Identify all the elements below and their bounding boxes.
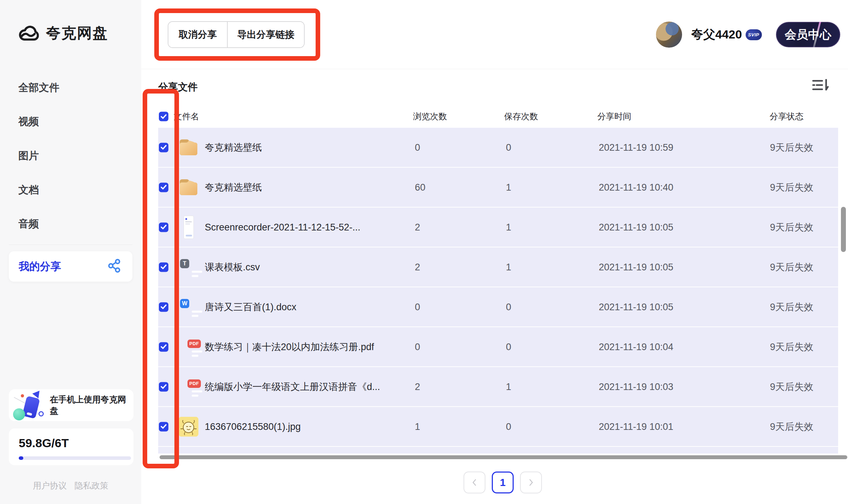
row-checkbox[interactable] <box>159 422 168 431</box>
sidebar-item-audio[interactable]: 音频 <box>18 215 124 232</box>
share-time: 2021-11-19 10:05 <box>599 262 673 272</box>
storage-progress-fill <box>19 456 23 460</box>
storage-card: 59.8G/6T <box>9 428 133 465</box>
share-status: 9天后失效 <box>770 181 813 194</box>
views-count: 2 <box>415 381 420 392</box>
row-checkbox[interactable] <box>159 182 168 192</box>
share-time: 2021-11-19 10:01 <box>599 421 673 432</box>
share-time: 2021-11-19 10:59 <box>599 142 673 153</box>
share-time: 2021-11-19 10:03 <box>599 381 673 392</box>
export-share-links-button[interactable]: 导出分享链接 <box>228 22 304 47</box>
sidebar-divider <box>9 245 132 245</box>
table-row-partial <box>158 447 838 454</box>
table-row[interactable]: T W PDF <box>158 168 838 207</box>
file-type-icon: T W PDF <box>179 136 198 159</box>
table-row[interactable]: T W PDF <box>158 208 838 247</box>
phone-illustration-icon <box>12 388 48 422</box>
horizontal-scrollbar[interactable] <box>160 455 847 459</box>
table-row[interactable]: T W PDF <box>158 287 838 326</box>
avatar[interactable] <box>656 22 682 48</box>
file-name: 唐诗又三百首(1).docx <box>205 301 297 313</box>
file-type-icon: T W PDF <box>179 415 198 438</box>
storage-progressbar <box>19 456 131 460</box>
app-window: 夸克网盘 全部文件 视频 图片 文档 音频 我的分享 在手机上使用夸克网盘 <box>0 0 848 504</box>
sidebar-item-pictures[interactable]: 图片 <box>18 147 124 164</box>
prev-page-button[interactable] <box>464 472 485 493</box>
file-name: 夸克精选壁纸 <box>205 181 262 194</box>
col-header-name: 文件名 <box>174 111 199 122</box>
terms-link[interactable]: 用户协议 <box>33 480 67 491</box>
sidebar-item-documents[interactable]: 文档 <box>18 181 124 198</box>
svip-badge: SVIP <box>746 29 762 40</box>
row-checkbox[interactable] <box>159 222 168 232</box>
sort-icon[interactable] <box>811 78 830 95</box>
file-name: 统编版小学一年级语文上册汉语拼音《d... <box>205 380 380 393</box>
mobile-app-promo-card[interactable]: 在手机上使用夸克网盘 <box>9 389 133 421</box>
saves-count: 1 <box>506 381 511 392</box>
file-type-icon: T W PDF <box>179 256 198 279</box>
select-all-checkbox[interactable] <box>159 112 168 121</box>
storage-usage: 59.8G/6T <box>19 436 128 450</box>
share-status: 9天后失效 <box>770 261 813 274</box>
table-row[interactable]: T W PDF <box>158 247 838 287</box>
username: 夸父4420 <box>691 26 742 43</box>
views-count: 60 <box>415 182 425 193</box>
views-count: 2 <box>415 262 420 272</box>
share-status: 9天后失效 <box>770 420 813 433</box>
row-checkbox[interactable] <box>159 262 168 272</box>
next-page-button[interactable] <box>520 472 542 493</box>
sidebar-item-my-shares[interactable]: 我的分享 <box>9 251 132 282</box>
views-count: 0 <box>415 341 420 352</box>
file-name: 数学练习｜凑十法20以内加法练习册.pdf <box>205 341 374 353</box>
vertical-scrollbar[interactable] <box>841 207 846 252</box>
file-name: 课表模板.csv <box>205 261 260 274</box>
row-checkbox[interactable] <box>159 342 168 352</box>
col-header-saves: 保存次数 <box>504 111 538 122</box>
folder-icon <box>179 178 198 197</box>
table-row[interactable]: T W PDF <box>158 407 838 446</box>
saves-count: 0 <box>506 142 511 153</box>
share-time: 2021-11-19 10:05 <box>599 301 673 312</box>
saves-count: 0 <box>506 341 511 352</box>
views-count: 1 <box>415 421 420 432</box>
sidebar-item-video[interactable]: 视频 <box>18 113 124 130</box>
promo-text: 在手机上使用夸克网盘 <box>50 394 133 416</box>
file-name: Screenrecorder-2021-11-12-15-52-... <box>205 222 360 233</box>
brand-logo: 夸克网盘 <box>18 23 108 43</box>
file-type-icon: T W PDF <box>179 176 198 199</box>
table-header: 文件名 浏览次数 保存次数 分享时间 分享状态 <box>158 107 838 126</box>
views-count: 0 <box>415 301 420 312</box>
privacy-link[interactable]: 隐私政策 <box>74 480 108 491</box>
member-center-button[interactable]: 会员中心 <box>776 22 840 47</box>
file-name: 夸克精选壁纸 <box>205 141 262 154</box>
views-count: 0 <box>415 142 420 153</box>
table-row[interactable]: T W PDF <box>158 367 838 406</box>
share-status: 9天后失效 <box>770 141 813 154</box>
pagination: 1 <box>464 472 542 493</box>
cancel-share-button[interactable]: 取消分享 <box>168 22 228 47</box>
saves-count: 0 <box>506 421 511 432</box>
file-type-icon: T W PDF <box>179 216 198 239</box>
cloud-logo-icon <box>18 23 40 43</box>
saves-count: 0 <box>506 301 511 312</box>
page-number-button[interactable]: 1 <box>492 472 514 493</box>
sidebar-footer: 用户协议 隐私政策 <box>0 480 141 491</box>
table-row[interactable]: T W PDF <box>158 327 838 366</box>
saves-count: 1 <box>506 222 511 233</box>
my-shares-label: 我的分享 <box>19 259 61 274</box>
page-title: 分享文件 <box>158 80 198 94</box>
video-thumbnail-icon <box>184 216 194 239</box>
table-rows: T W PDF <box>158 128 838 447</box>
col-header-views: 浏览次数 <box>413 111 447 122</box>
row-checkbox[interactable] <box>159 302 168 312</box>
sidebar-item-all-files[interactable]: 全部文件 <box>18 79 124 96</box>
folder-icon <box>179 138 198 157</box>
sidebar: 夸克网盘 全部文件 视频 图片 文档 音频 我的分享 在手机上使用夸克网盘 <box>0 0 141 504</box>
table-row[interactable]: T W PDF <box>158 128 838 167</box>
file-type-icon: T W PDF <box>179 295 198 319</box>
saves-count: 1 <box>506 262 511 272</box>
share-time: 2021-11-19 10:04 <box>599 341 673 352</box>
row-checkbox[interactable] <box>159 382 168 391</box>
row-checkbox[interactable] <box>159 143 168 152</box>
col-header-time: 分享时间 <box>597 111 631 122</box>
